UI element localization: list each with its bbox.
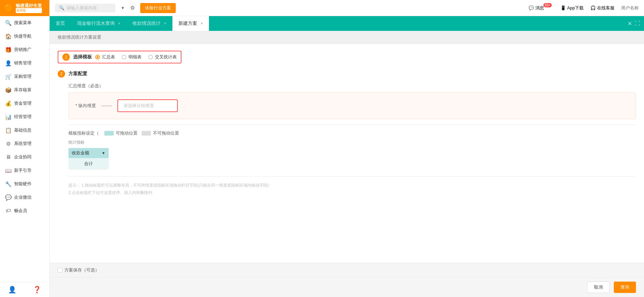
sidebar-item-inventory[interactable]: 📦 库存核算 bbox=[0, 83, 49, 97]
sidebar-item-label: 营销推广 bbox=[14, 47, 32, 53]
topbar-right: 💬 消息 99+ 📱 App下载 🎧 在线客服 用户名称 bbox=[529, 5, 639, 11]
sales-icon: 👤 bbox=[5, 60, 11, 66]
sidebar-item-sales[interactable]: 👤 销售管理 bbox=[0, 56, 49, 70]
inventory-icon: 📦 bbox=[5, 87, 11, 93]
download-area[interactable]: 📱 App下载 bbox=[560, 5, 584, 11]
indicator-row: 模板指标设定（ 可拖动位置 不可拖动位置 bbox=[68, 130, 636, 136]
sidebar-item-label: 快捷导航 bbox=[14, 33, 32, 39]
cancel-button[interactable]: 取消 bbox=[587, 282, 610, 293]
sidebar-item-finance[interactable]: 💰 资金管理 bbox=[0, 97, 49, 110]
close-window-icon[interactable]: ✕ bbox=[628, 20, 632, 27]
sidebar-item-basic-info[interactable]: 📋 基础信息 bbox=[0, 123, 49, 137]
user-name[interactable]: 用户名称 bbox=[621, 5, 639, 11]
footer-bar: 方案保存（可选） bbox=[50, 263, 644, 277]
stat-card: 收款金额 ▼ 合计 bbox=[68, 148, 109, 169]
sidebar-item-corp-collab[interactable]: 🖥 企业协同 bbox=[0, 150, 49, 164]
radio-summary-label: 汇总表 bbox=[102, 54, 115, 60]
dimension-area: * 纵向维度 —— 请选择分组维度 bbox=[68, 92, 636, 119]
topbar-left: 🔍 请输入搜索内容 ▼ ⚙ 体验行业方案 bbox=[55, 3, 176, 13]
user-avatar[interactable]: 👤 bbox=[8, 286, 16, 294]
sidebar-item-label: 基础信息 bbox=[14, 127, 32, 133]
step1-badge: 1 bbox=[62, 53, 70, 61]
sidebar-item-label: 企业协同 bbox=[14, 154, 32, 160]
save-checkbox[interactable] bbox=[58, 268, 62, 273]
template-radio-group: 汇总表 明细表 交叉统计表 bbox=[95, 54, 177, 60]
radio-summary-circle bbox=[95, 55, 100, 59]
draggable-label: 可拖动位置 bbox=[116, 130, 138, 136]
basic-info-icon: 📋 bbox=[5, 127, 11, 133]
search-bar[interactable]: 🔍 请输入搜索内容 bbox=[55, 4, 115, 12]
sidebar-item-vip[interactable]: 🏷 畅会员 bbox=[0, 204, 49, 217]
sys-mgmt-icon: ⚙ bbox=[5, 141, 11, 147]
download-label: App下载 bbox=[567, 5, 584, 11]
radio-summary[interactable]: 汇总表 bbox=[95, 54, 115, 60]
tab-bank-flow[interactable]: 现金银行流水查询 × bbox=[71, 16, 126, 31]
corp-wechat-icon: 💬 bbox=[5, 194, 11, 200]
vip-icon: 🏷 bbox=[5, 208, 11, 214]
step2-section: 2 方案配置 汇总维度（必选） * 纵向维度 —— 请选择分组维度 bbox=[58, 70, 636, 196]
sidebar-item-label: 新手引导 bbox=[14, 167, 32, 174]
finance-icon: 💰 bbox=[5, 100, 11, 106]
tip-2: 2.点击标题栏下拉可设置排序、插入列和删除列 bbox=[68, 189, 636, 197]
save-checkbox-item[interactable]: 方案保存（可选） bbox=[58, 267, 99, 273]
sidebar-item-label: 资金管理 bbox=[14, 100, 32, 106]
search-dropdown-icon[interactable]: ▼ bbox=[121, 6, 125, 10]
sidebar-item-label: 系统管理 bbox=[14, 141, 32, 147]
tab-new-plan-label: 新建方案 bbox=[178, 20, 197, 27]
sidebar-item-label: 搜索菜单 bbox=[14, 20, 32, 26]
dimension-selector[interactable]: 请选择分组维度 bbox=[117, 99, 178, 112]
gear-icon[interactable]: ⚙ bbox=[130, 5, 135, 11]
sidebar-item-new-guide[interactable]: 📖 新手引导 bbox=[0, 164, 49, 177]
service-area[interactable]: 🎧 在线客服 bbox=[590, 5, 614, 11]
sidebar: 🟠 畅捷通好生意 标准版 🔍 搜索菜单 🏠 快捷导航 🎁 营销推广 👤 销售管理… bbox=[0, 0, 50, 297]
trial-btn[interactable]: 体验行业方案 bbox=[140, 3, 176, 13]
message-label: 消息 bbox=[535, 5, 544, 11]
radio-detail[interactable]: 明细表 bbox=[122, 54, 142, 60]
dimension-title: 汇总维度（必选） bbox=[68, 83, 636, 89]
sidebar-item-quick-nav[interactable]: 🏠 快捷导航 bbox=[0, 30, 49, 43]
tips-section: 提示： 1.拖动标题栏可以调整布局，不可跨维度或指标区域拖动栏目字段(只能在同一… bbox=[68, 176, 636, 196]
toggle-group: 可拖动位置 不可拖动位置 bbox=[104, 130, 179, 136]
tab-receipt-stat-close[interactable]: × bbox=[164, 21, 166, 26]
tab-receipt-stat[interactable]: 收款情况统计 × bbox=[126, 16, 172, 31]
dimension-container: 汇总维度（必选） * 纵向维度 —— 请选择分组维度 bbox=[68, 83, 636, 196]
sidebar-item-corp-wechat[interactable]: 💬 企业微信 bbox=[0, 191, 49, 204]
stat-card-container: 统计指标 收款金额 ▼ 合计 bbox=[68, 140, 636, 169]
tab-bank-flow-close[interactable]: × bbox=[118, 21, 120, 26]
stat-card-dropdown-icon[interactable]: ▼ bbox=[102, 151, 105, 155]
arrow-icon: —— bbox=[101, 103, 112, 109]
radio-cross-label: 交叉统计表 bbox=[155, 54, 177, 60]
tip-1: 提示： 1.拖动标题栏可以调整布局，不可跨维度或指标区域拖动栏目字段(只能在同一… bbox=[68, 182, 636, 189]
stat-card-row-label: 合计 bbox=[84, 161, 93, 166]
sidebar-item-smart-hw[interactable]: 🔧 智能硬件 bbox=[0, 177, 49, 191]
radio-cross[interactable]: 交叉统计表 bbox=[148, 54, 177, 60]
search-menu-icon: 🔍 bbox=[5, 20, 11, 26]
step1-header: 1 选择模板 汇总表 明细表 bbox=[58, 51, 636, 63]
message-area[interactable]: 💬 消息 99+ bbox=[529, 5, 554, 11]
tab-new-plan-close[interactable]: × bbox=[201, 21, 203, 26]
sidebar-item-marketing[interactable]: 🎁 营销推广 bbox=[0, 43, 49, 56]
tab-home-label: 首页 bbox=[56, 20, 65, 27]
page-title-bar: 收款情况统计方案设置 bbox=[50, 31, 644, 44]
non-draggable-label: 不可拖动位置 bbox=[153, 130, 179, 136]
bottom-buttons: 取消 查询 bbox=[50, 277, 644, 297]
radio-detail-label: 明细表 bbox=[128, 54, 142, 60]
stat-card-header[interactable]: 收款金额 ▼ bbox=[68, 148, 109, 158]
topbar: 🔍 请输入搜索内容 ▼ ⚙ 体验行业方案 💬 消息 99+ 📱 App下载 🎧 … bbox=[50, 0, 644, 16]
query-button[interactable]: 查询 bbox=[614, 282, 636, 293]
tab-home[interactable]: 首页 bbox=[50, 16, 71, 31]
content-area: 收款情况统计方案设置 1 选择模板 汇总表 bbox=[50, 31, 644, 297]
sidebar-item-search-menu[interactable]: 🔍 搜索菜单 bbox=[0, 16, 49, 30]
help-icon[interactable]: ❓ bbox=[33, 286, 41, 294]
sidebar-item-label: 销售管理 bbox=[14, 60, 32, 66]
tab-new-plan[interactable]: 新建方案 × bbox=[172, 16, 209, 31]
maximize-icon[interactable]: ⛶ bbox=[635, 20, 640, 27]
sidebar-item-purchase[interactable]: 🛒 采购管理 bbox=[0, 70, 49, 83]
sidebar-item-sys-mgmt[interactable]: ⚙ 系统管理 bbox=[0, 137, 49, 150]
sidebar-item-label: 库存核算 bbox=[14, 87, 32, 93]
sidebar-item-operation[interactable]: 📊 经营管理 bbox=[0, 110, 49, 123]
draggable-toggle-rect bbox=[104, 131, 114, 136]
stat-card-body: 合计 bbox=[68, 158, 109, 169]
new-guide-icon: 📖 bbox=[5, 167, 11, 174]
main-area: 🔍 请输入搜索内容 ▼ ⚙ 体验行业方案 💬 消息 99+ 📱 App下载 🎧 … bbox=[50, 0, 644, 297]
